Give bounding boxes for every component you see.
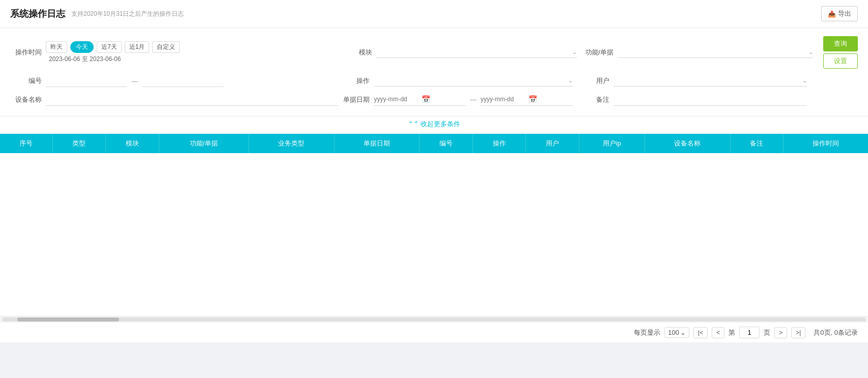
scrollbar-thumb[interactable] xyxy=(17,317,119,322)
remark-filter-col: 备注 xyxy=(573,94,807,106)
time-btn-7days[interactable]: 近7天 xyxy=(97,41,122,53)
operation-select[interactable]: ⌄ xyxy=(374,75,572,86)
col-biz-type: 业务类型 xyxy=(249,134,334,153)
settings-button[interactable]: 设置 xyxy=(823,53,858,69)
last-page-button[interactable]: >| xyxy=(791,327,805,338)
page-label: 第 xyxy=(729,328,735,337)
page-title: 系统操作日志 xyxy=(10,8,65,20)
number-input-start[interactable] xyxy=(46,75,127,87)
module-select[interactable]: ⌄ xyxy=(376,47,577,58)
module-filter-col: 模块 ⌄ xyxy=(341,47,577,58)
query-button[interactable]: 查询 xyxy=(823,36,858,51)
device-input[interactable] xyxy=(46,94,338,106)
voucher-date-col: 单据日期 📅 — 📅 xyxy=(338,93,572,106)
scrollbar-area[interactable] xyxy=(0,316,868,322)
module-chevron-icon: ⌄ xyxy=(572,49,577,55)
remark-input[interactable] xyxy=(613,94,807,106)
col-voucher-date: 单据日期 xyxy=(334,134,419,153)
page-subtitle: 支持2020年10月31日之后产生的操作日志 xyxy=(71,10,184,18)
collapse-bar[interactable]: ⌃⌃ 收起更多条件 xyxy=(0,117,868,134)
operation-label: 操作 xyxy=(338,76,374,85)
user-filter-col: 用户 ⌄ xyxy=(573,75,807,86)
col-user: 用户 xyxy=(526,134,579,153)
col-seq: 序号 xyxy=(0,134,52,153)
date-input-end-wrap: 📅 xyxy=(481,93,573,106)
next-page-button[interactable]: > xyxy=(774,327,787,338)
time-btn-1month[interactable]: 近1月 xyxy=(125,41,150,53)
per-page-value: 100 xyxy=(668,329,679,336)
prev-page-button[interactable]: < xyxy=(712,327,724,338)
operation-filter-col: 操作 ⌄ xyxy=(338,75,572,86)
data-table: 序号 类型 模块 功能/单据 业务类型 单据日期 编号 操作 用户 用户ip 设… xyxy=(0,134,868,153)
collapse-label: 收起更多条件 xyxy=(421,120,460,128)
total-info: 共0页, 0条记录 xyxy=(814,328,858,337)
page-header: 系统操作日志 支持2020年10月31日之后产生的操作日志 📤 导出 xyxy=(0,0,868,28)
col-function: 功能/单据 xyxy=(159,134,248,153)
calendar-icon-end[interactable]: 📅 xyxy=(528,95,537,103)
page-number-input[interactable] xyxy=(739,327,760,338)
col-user-ip: 用户ip xyxy=(579,134,645,153)
col-device: 设备名称 xyxy=(645,134,730,153)
filter-row-2: 编号 — 操作 ⌄ 用户 ⌄ xyxy=(10,75,858,87)
user-select[interactable]: ⌄ xyxy=(613,75,807,86)
empty-area xyxy=(0,153,868,316)
module-label: 模块 xyxy=(341,48,376,57)
calendar-icon-start[interactable]: 📅 xyxy=(422,95,430,103)
time-btn-yesterday[interactable]: 昨天 xyxy=(46,41,67,53)
time-filter-col: 操作时间 昨天 今天 近7天 近1月 自定义 2023-06-06 至 2023… xyxy=(10,41,341,64)
number-label: 编号 xyxy=(10,76,46,85)
page-suffix: 页 xyxy=(764,328,770,337)
date-input-start-wrap: 📅 xyxy=(374,93,466,106)
device-filter-col: 设备名称 xyxy=(10,94,338,106)
table-header-row: 序号 类型 模块 功能/单据 业务类型 单据日期 编号 操作 用户 用户ip 设… xyxy=(0,134,868,153)
col-remark: 备注 xyxy=(730,134,783,153)
scrollbar-track xyxy=(2,317,866,322)
user-label: 用户 xyxy=(573,76,613,85)
date-dash: — xyxy=(466,96,481,103)
number-dash: — xyxy=(127,77,142,85)
user-chevron-icon: ⌄ xyxy=(802,77,807,84)
table-wrap: 序号 类型 模块 功能/单据 业务类型 单据日期 编号 操作 用户 用户ip 设… xyxy=(0,134,868,316)
per-page-label: 每页显示 xyxy=(634,328,660,337)
export-button[interactable]: 📤 导出 xyxy=(821,6,858,21)
export-icon: 📤 xyxy=(828,10,836,18)
filter-row-3: 设备名称 单据日期 📅 — 📅 备注 xyxy=(10,93,858,106)
voucher-date-label: 单据日期 xyxy=(338,95,374,104)
first-page-button[interactable]: |< xyxy=(693,327,708,338)
number-input-end[interactable] xyxy=(142,75,223,87)
function-label: 功能/单据 xyxy=(577,48,618,57)
function-filter-col: 功能/单据 ⌄ xyxy=(577,47,813,58)
number-filter-col: 编号 — xyxy=(10,75,338,87)
filter-row-1: 操作时间 昨天 今天 近7天 近1月 自定义 2023-06-06 至 2023… xyxy=(10,36,858,69)
col-type: 类型 xyxy=(52,134,105,153)
remark-label: 备注 xyxy=(573,95,613,104)
time-range-display: 2023-06-06 至 2023-06-06 xyxy=(49,55,180,64)
col-operation: 操作 xyxy=(472,134,525,153)
time-btn-custom[interactable]: 自定义 xyxy=(152,41,180,53)
date-input-start[interactable] xyxy=(374,96,419,103)
filter-panel: 操作时间 昨天 今天 近7天 近1月 自定义 2023-06-06 至 2023… xyxy=(0,28,868,117)
date-input-end[interactable] xyxy=(481,96,526,103)
time-options: 昨天 今天 近7天 近1月 自定义 xyxy=(46,41,180,53)
action-buttons: 查询 设置 xyxy=(823,36,858,69)
time-label: 操作时间 xyxy=(10,48,46,57)
col-module: 模块 xyxy=(106,134,159,153)
per-page-chevron-icon: ⌄ xyxy=(680,329,686,336)
pagination-bar: 每页显示 100 ⌄ |< < 第 页 > >| 共0页, 0条记录 xyxy=(0,322,868,342)
per-page-select[interactable]: 100 ⌄ xyxy=(664,327,689,338)
function-select[interactable]: ⌄ xyxy=(618,47,813,58)
col-number: 编号 xyxy=(419,134,472,153)
collapse-icon: ⌃⌃ xyxy=(408,120,419,128)
time-btn-today[interactable]: 今天 xyxy=(70,41,94,53)
title-area: 系统操作日志 支持2020年10月31日之后产生的操作日志 xyxy=(10,8,184,20)
function-chevron-icon: ⌄ xyxy=(808,49,813,55)
col-op-time: 操作时间 xyxy=(783,134,868,153)
device-label: 设备名称 xyxy=(10,95,46,104)
operation-chevron-icon: ⌄ xyxy=(568,77,573,84)
